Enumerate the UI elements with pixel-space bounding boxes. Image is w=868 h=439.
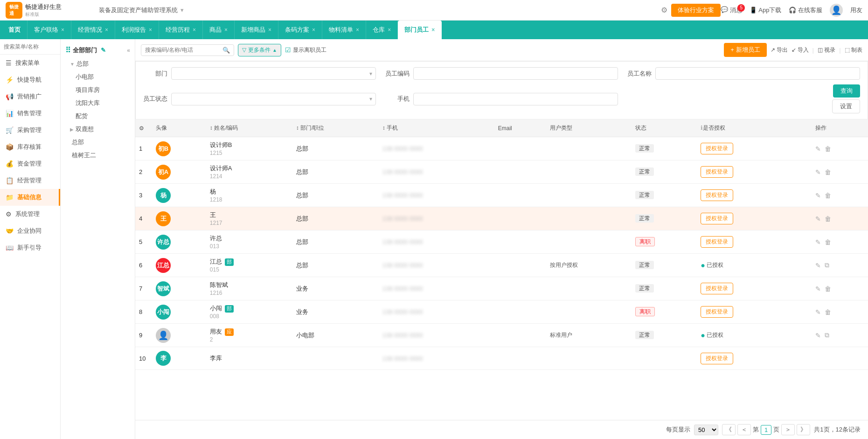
sidebar-item-search[interactable]: ☰ 搜索菜单: [0, 55, 60, 71]
tab-bom[interactable]: 物料清单 ×: [322, 21, 366, 39]
close-icon[interactable]: ×: [431, 27, 435, 33]
row-dept: 总部: [292, 254, 379, 277]
dept-group-title-main[interactable]: ▼ 总部: [61, 57, 135, 70]
close-icon[interactable]: ×: [312, 27, 315, 33]
online-service-btn[interactable]: 🎧 在线客服: [789, 6, 822, 14]
settings-icon[interactable]: ⚙: [139, 125, 144, 132]
name-input[interactable]: [655, 67, 860, 80]
edit-icon[interactable]: ✎: [815, 192, 821, 199]
experience-btn[interactable]: 体验行业方案: [671, 4, 721, 17]
auth-btn[interactable]: 授权登录: [701, 166, 733, 178]
app-download-btn[interactable]: 📱 App下载: [750, 6, 781, 14]
dept-item-project[interactable]: 项目库房: [61, 84, 135, 97]
prev-page-btn[interactable]: ＜: [737, 424, 751, 435]
message-btn[interactable]: 💬 5 消息: [721, 6, 742, 14]
tab-operation[interactable]: 经营情况 ×: [71, 21, 115, 39]
import-btn[interactable]: ↙ 导入: [792, 46, 809, 54]
add-employee-btn[interactable]: + 新增员工: [724, 43, 766, 57]
page-size-select[interactable]: 50 100: [694, 425, 718, 435]
auth-btn[interactable]: 授权登录: [701, 236, 733, 248]
edit-icon[interactable]: ✎: [815, 308, 821, 316]
search-input[interactable]: [145, 47, 220, 53]
show-resigned-toggle[interactable]: ☑ 显示离职员工: [285, 46, 326, 54]
query-btn[interactable]: 查询: [833, 84, 860, 98]
dept-item-shenyang[interactable]: 沈阳大库: [61, 97, 135, 110]
dept-select[interactable]: [171, 67, 376, 80]
first-page-btn[interactable]: 《: [722, 424, 736, 435]
tab-new-goods[interactable]: 新增商品 ×: [235, 21, 278, 39]
next-page-btn[interactable]: ＞: [781, 424, 795, 435]
close-icon[interactable]: ×: [193, 27, 196, 33]
status-select[interactable]: [171, 93, 376, 105]
edit-icon[interactable]: ✎: [815, 332, 821, 339]
user-avatar[interactable]: 👤: [830, 4, 843, 17]
delete-icon[interactable]: 🗑: [825, 145, 831, 153]
delete-icon[interactable]: 🗑: [825, 238, 831, 246]
row-auth: 授权登录: [697, 137, 794, 160]
set-btn[interactable]: 设置: [832, 99, 860, 113]
delete-icon[interactable]: 🗑: [825, 168, 831, 176]
auth-btn[interactable]: 授权登录: [701, 143, 733, 154]
dept-item-xiaodian[interactable]: 小电部: [61, 70, 135, 84]
close-icon[interactable]: ×: [224, 27, 228, 33]
auth-btn[interactable]: 授权登录: [701, 353, 733, 364]
dept-group-title-shuanglu[interactable]: ▶ 双鹿想: [61, 123, 135, 136]
tab-warehouse[interactable]: 仓库 ×: [366, 21, 398, 39]
edit-icon[interactable]: ✎: [815, 238, 821, 246]
delete-icon[interactable]: 🗑: [825, 285, 831, 293]
dept-group-title-zongbu[interactable]: 总部: [61, 136, 135, 149]
sidebar-item-quicknav[interactable]: ⚡ 快捷导航: [0, 71, 60, 88]
close-icon[interactable]: ×: [61, 27, 64, 33]
edit-icon[interactable]: ✎: [815, 168, 821, 176]
last-page-btn[interactable]: 》: [797, 424, 810, 435]
auth-btn[interactable]: 授权登录: [701, 283, 733, 294]
view-btn[interactable]: ◫ 视录: [818, 46, 835, 54]
dept-edit-icon[interactable]: ✎: [101, 47, 106, 54]
copy-icon[interactable]: ⧉: [825, 331, 829, 339]
sidebar-item-collab[interactable]: 🤝 企业协同: [0, 223, 60, 239]
close-icon[interactable]: ×: [149, 27, 152, 33]
tab-history[interactable]: 经营历程 ×: [159, 21, 203, 39]
gear-icon[interactable]: ⚙: [661, 6, 667, 14]
code-input[interactable]: [413, 67, 618, 80]
dept-item-distribution[interactable]: 配货: [61, 110, 135, 123]
export-btn[interactable]: ↗ 导出: [771, 46, 788, 54]
delete-icon[interactable]: 🗑: [825, 308, 831, 316]
tab-profit[interactable]: 利润报告 ×: [115, 21, 159, 39]
collapse-icon[interactable]: «: [127, 47, 130, 54]
close-icon[interactable]: ×: [105, 27, 108, 33]
edit-icon[interactable]: ✎: [815, 285, 821, 293]
row-avatar: 许总: [152, 230, 206, 254]
auth-btn[interactable]: 授权登录: [701, 213, 733, 224]
auth-btn[interactable]: 授权登录: [701, 306, 733, 318]
sidebar-item-purchase[interactable]: 🛒 采购管理: [0, 122, 60, 139]
copy-icon[interactable]: ⧉: [825, 261, 829, 269]
delete-icon[interactable]: 🗑: [825, 215, 831, 223]
sidebar-item-operation-mgmt[interactable]: 📋 经营管理: [0, 172, 60, 189]
sidebar-item-sales[interactable]: 📊 销售管理: [0, 105, 60, 122]
sidebar-item-finance[interactable]: 💰 资金管理: [0, 155, 60, 172]
sidebar-item-inventory[interactable]: 📦 库存核算: [0, 139, 60, 155]
delete-icon[interactable]: 🗑: [825, 192, 831, 199]
tab-staff[interactable]: 部门员工 ×: [398, 21, 442, 39]
row-status: 正常: [632, 207, 697, 230]
edit-icon[interactable]: ✎: [815, 215, 821, 223]
edit-icon[interactable]: ✎: [815, 262, 821, 269]
close-icon[interactable]: ×: [388, 27, 391, 33]
close-icon[interactable]: ×: [268, 27, 271, 33]
sidebar-item-marketing[interactable]: 📢 营销推广: [0, 88, 60, 105]
tab-barcode[interactable]: 条码方案 ×: [278, 21, 322, 39]
auth-btn[interactable]: 授权登录: [701, 189, 733, 201]
phone-input[interactable]: [413, 93, 618, 105]
close-icon[interactable]: ×: [356, 27, 359, 33]
dept-group-title-plantking[interactable]: 植树王二: [61, 149, 135, 162]
filter-btn[interactable]: ▽ 更多条件 ▲: [238, 44, 281, 56]
tab-customer[interactable]: 客户联络 ×: [28, 21, 71, 39]
sidebar-item-basic-info[interactable]: 📁 基础信息: [0, 189, 60, 206]
sidebar-item-system[interactable]: ⚙ 系统管理: [0, 206, 60, 223]
tab-goods[interactable]: 商品 ×: [203, 21, 235, 39]
sidebar-item-guide[interactable]: 📖 新手引导: [0, 239, 60, 256]
tab-home[interactable]: 首页: [2, 21, 28, 39]
print-btn[interactable]: ⬚ 制表: [845, 46, 862, 54]
edit-icon[interactable]: ✎: [815, 145, 821, 153]
